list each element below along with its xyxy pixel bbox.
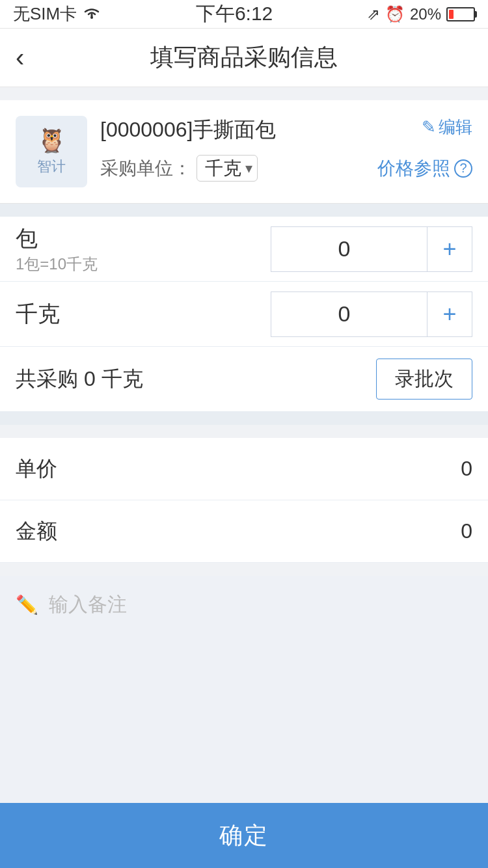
price-ref-help-icon: ? <box>454 159 472 178</box>
kg-input-row: 千克 + <box>0 282 488 347</box>
location-icon: ⇗ <box>367 5 380 23</box>
battery-icon <box>446 7 475 21</box>
price-ref-button[interactable]: 价格参照 ? <box>377 156 472 181</box>
edit-icon: ✎ <box>422 117 436 137</box>
pack-quantity-input[interactable] <box>271 226 427 272</box>
nav-bar: ‹ 填写商品采购信息 <box>0 29 488 87</box>
product-header: [0000006]手撕面包 ✎ 编辑 <box>100 116 472 144</box>
unit-select-wrap[interactable]: 千克 <box>197 155 258 182</box>
price-ref-label: 价格参照 <box>377 156 450 181</box>
pencil-icon: ✏️ <box>16 594 38 616</box>
remark-placeholder: 输入备注 <box>49 591 127 618</box>
pack-plus-button[interactable]: + <box>427 226 472 272</box>
status-bar: 无SIM卡 下午6:12 ⇗ ⏰ 20% <box>0 0 488 29</box>
product-logo-icon: 🦉 <box>37 127 66 154</box>
product-info: [0000006]手撕面包 ✎ 编辑 采购单位： 千克 价格参照 ? <box>100 116 472 182</box>
product-thumbnail: 🦉 智计 <box>16 116 87 187</box>
divider-1 <box>0 204 488 217</box>
pack-unit-label: 1包=10千克 <box>16 254 98 275</box>
svg-point-0 <box>90 16 93 19</box>
product-card: 🦉 智计 [0000006]手撕面包 ✎ 编辑 采购单位： 千克 价格参照 ? <box>0 100 488 204</box>
amount-label: 金额 <box>16 517 57 546</box>
kg-plus-button[interactable]: + <box>427 292 472 337</box>
unit-price-row: 单价 0 <box>0 438 488 500</box>
edit-label: 编辑 <box>439 116 472 139</box>
page-title: 填写商品采购信息 <box>150 42 338 74</box>
unit-label: 采购单位： <box>100 156 191 181</box>
product-logo-text: 智计 <box>37 157 66 176</box>
pack-label-group: 包 1包=10千克 <box>16 224 98 275</box>
amount-row: 金额 0 <box>0 500 488 563</box>
summary-text: 共采购 0 千克 <box>16 365 143 394</box>
unit-select[interactable]: 千克 <box>197 155 258 182</box>
divider-2 <box>0 412 488 425</box>
confirm-button[interactable]: 确定 <box>0 803 488 868</box>
wifi-icon <box>82 4 102 24</box>
batch-button[interactable]: 录批次 <box>376 359 472 400</box>
alarm-icon: ⏰ <box>385 5 405 23</box>
back-button[interactable]: ‹ <box>16 43 24 72</box>
amount-value: 0 <box>461 519 472 543</box>
status-right: ⇗ ⏰ 20% <box>367 5 475 23</box>
product-name: [0000006]手撕面包 <box>100 116 276 144</box>
product-unit-row: 采购单位： 千克 价格参照 ? <box>100 155 472 182</box>
unit-price-value: 0 <box>461 457 472 481</box>
pack-input-row: 包 1包=10千克 + <box>0 217 488 282</box>
status-left: 无SIM卡 <box>13 3 102 25</box>
input-section: 包 1包=10千克 + 千克 + 共采购 0 千克 录批次 <box>0 217 488 412</box>
battery-percent: 20% <box>410 5 441 23</box>
pack-label: 包 <box>16 224 98 254</box>
kg-label-group: 千克 <box>16 299 60 329</box>
status-time: 下午6:12 <box>196 1 273 27</box>
kg-label: 千克 <box>16 299 60 329</box>
price-section: 单价 0 金额 0 <box>0 438 488 563</box>
summary-row: 共采购 0 千克 录批次 <box>0 347 488 412</box>
unit-price-label: 单价 <box>16 455 57 483</box>
edit-button[interactable]: ✎ 编辑 <box>422 116 472 139</box>
content-spacer <box>0 634 488 829</box>
remark-section[interactable]: ✏️ 输入备注 <box>0 576 488 634</box>
carrier-label: 无SIM卡 <box>13 3 77 25</box>
kg-input-right: + <box>271 292 472 337</box>
kg-quantity-input[interactable] <box>271 292 427 337</box>
pack-input-right: + <box>271 226 472 272</box>
